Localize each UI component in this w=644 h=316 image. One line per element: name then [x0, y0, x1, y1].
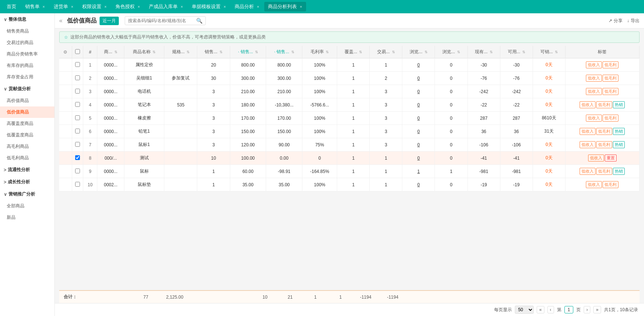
- td-name[interactable]: 鼠标1: [124, 138, 164, 152]
- td-browse1[interactable]: 0: [402, 85, 435, 98]
- row-checkbox-4[interactable]: [75, 115, 80, 120]
- th-cover[interactable]: 覆盖... ⇅: [337, 46, 370, 58]
- td-name[interactable]: 铅笔1: [124, 125, 164, 138]
- nav-analysis-close[interactable]: ×: [257, 4, 259, 9]
- browse1-link[interactable]: 1: [417, 169, 420, 174]
- th-trade[interactable]: 交易... ⇅: [370, 46, 402, 58]
- sidebar-item-category-rate[interactable]: 商品分类销售率: [0, 48, 54, 60]
- th-browse1[interactable]: 浏览... ⇅: [402, 46, 435, 58]
- td-browse1[interactable]: 0: [402, 72, 435, 85]
- browse1-link[interactable]: 0: [417, 129, 420, 134]
- row-checkbox-0[interactable]: [75, 62, 80, 67]
- sidebar-group-contribution[interactable]: ∨贡献值分析: [0, 83, 54, 95]
- prev-page-button[interactable]: ‹: [547, 306, 554, 313]
- sidebar-item-high-gross[interactable]: 高毛利商品: [0, 141, 54, 152]
- browse1-link[interactable]: 0: [417, 102, 420, 108]
- td-browse1[interactable]: 0: [402, 125, 435, 138]
- th-code[interactable]: 商... ⇅: [97, 46, 124, 58]
- browse1-link[interactable]: 0: [417, 182, 420, 187]
- sidebar-group-growth[interactable]: >成长性分析: [0, 176, 54, 188]
- sidebar-item-traded[interactable]: 交易过的商品: [0, 37, 54, 48]
- th-settings[interactable]: ⚙: [59, 46, 72, 58]
- sidebar-group-circulation[interactable]: >流通性分析: [0, 164, 54, 176]
- settings-icon[interactable]: ⚙: [63, 50, 67, 55]
- next-page-button[interactable]: ›: [584, 306, 590, 313]
- row-checkbox-2[interactable]: [75, 89, 80, 94]
- th-s2[interactable]: · 销售... ⇅: [230, 46, 266, 58]
- select-all-checkbox[interactable]: [75, 49, 80, 54]
- sidebar-item-low-coverage[interactable]: 低覆盖度商品: [0, 129, 54, 141]
- search-input[interactable]: [128, 18, 195, 23]
- th-days[interactable]: 可销... ⇅: [533, 46, 565, 58]
- period-button[interactable]: 近一月: [100, 17, 119, 25]
- nav-purchase-close[interactable]: ×: [71, 4, 73, 9]
- td-name[interactable]: 电话机: [124, 85, 164, 98]
- td-name[interactable]: 鼠标垫: [124, 178, 164, 191]
- nav-products-close[interactable]: ×: [181, 4, 183, 9]
- sidebar-item-low-gross[interactable]: 低毛利商品: [0, 152, 54, 164]
- nav-permissions[interactable]: 权限设置 ×: [78, 2, 110, 11]
- td-browse1[interactable]: 1: [402, 165, 435, 178]
- collapse-sidebar-button[interactable]: «: [59, 17, 63, 24]
- export-button[interactable]: ↓ 导出: [627, 18, 640, 24]
- td-name[interactable]: 属性定价: [124, 58, 164, 72]
- th-s1[interactable]: 销售... ⇅: [197, 46, 230, 58]
- data-table-wrapper[interactable]: ⚙ # 商... ⇅ 商品名称 ⇅ 规格... ⇅ 销售... ⇅ · 销售..…: [59, 46, 640, 290]
- nav-analysis-list[interactable]: 商品分析列表 ×: [264, 2, 306, 11]
- first-page-button[interactable]: «: [537, 306, 544, 313]
- sidebar-item-stock-fund[interactable]: 库存资金占用: [0, 71, 54, 83]
- browse1-link[interactable]: 0: [417, 142, 420, 147]
- td-browse1[interactable]: 0: [402, 98, 435, 112]
- th-spec[interactable]: 规格... ⇅: [164, 46, 197, 58]
- nav-roles[interactable]: 角色授权 ×: [112, 2, 144, 11]
- nav-home[interactable]: 首页: [3, 2, 20, 11]
- sidebar-item-all-products[interactable]: 全部商品: [0, 200, 54, 212]
- sidebar-item-new-products[interactable]: 新品: [0, 212, 54, 223]
- sidebar-item-high-coverage[interactable]: 高覆盖度商品: [0, 118, 54, 129]
- td-name[interactable]: 橡皮擦: [124, 112, 164, 125]
- share-button[interactable]: ↗ 分享: [608, 18, 623, 24]
- th-gross[interactable]: 毛利率 ⇅: [302, 46, 337, 58]
- td-name[interactable]: 吴细细1: [124, 72, 164, 85]
- nav-purchase[interactable]: 进货单 ×: [50, 2, 77, 11]
- td-name[interactable]: 笔记本: [124, 98, 164, 112]
- nav-sales[interactable]: 销售单 ×: [21, 2, 48, 11]
- nav-products[interactable]: 产成品入库单 ×: [145, 2, 187, 11]
- row-checkbox-5[interactable]: [75, 129, 80, 133]
- row-checkbox-8[interactable]: [75, 169, 80, 173]
- per-page-select[interactable]: 50 100 200: [515, 306, 534, 314]
- nav-analysis[interactable]: 商品分析 ×: [231, 2, 263, 11]
- nav-roles-close[interactable]: ×: [138, 4, 140, 9]
- row-checkbox-3[interactable]: [75, 102, 80, 107]
- th-s3[interactable]: · 销售... ⇅: [266, 46, 302, 58]
- th-name[interactable]: 商品名称 ⇅: [124, 46, 164, 58]
- td-browse1[interactable]: 0: [402, 152, 435, 165]
- nav-permissions-close[interactable]: ×: [104, 4, 107, 9]
- sidebar-item-low-value[interactable]: 低价值商品: [0, 106, 54, 118]
- nav-templates[interactable]: 单据模板设置 ×: [188, 2, 229, 11]
- browse1-link[interactable]: 0: [417, 62, 420, 68]
- last-page-button[interactable]: »: [593, 306, 601, 313]
- browse1-link[interactable]: 0: [417, 156, 420, 161]
- row-checkbox-7[interactable]: [75, 155, 80, 160]
- td-browse1[interactable]: 0: [402, 112, 435, 125]
- td-name[interactable]: 测试: [124, 152, 164, 165]
- sidebar-item-high-value[interactable]: 高价值商品: [0, 95, 54, 106]
- sidebar-item-sales-products[interactable]: 销售类商品: [0, 26, 54, 37]
- td-name[interactable]: 鼠标: [124, 165, 164, 178]
- nav-sales-close[interactable]: ×: [43, 4, 45, 9]
- td-browse1[interactable]: 0: [402, 58, 435, 72]
- td-browse1[interactable]: 0: [402, 138, 435, 152]
- th-stock2[interactable]: 可用... ⇅: [500, 46, 533, 58]
- browse1-link[interactable]: 0: [417, 76, 420, 81]
- th-browse2[interactable]: 浏览... ⇅: [435, 46, 467, 58]
- sidebar-group-overall[interactable]: ∨整体信息: [0, 13, 54, 26]
- td-browse1[interactable]: 0: [402, 178, 435, 191]
- row-checkbox-6[interactable]: [75, 142, 80, 147]
- browse1-link[interactable]: 0: [417, 89, 420, 94]
- sidebar-group-marketing[interactable]: ∨营销推广分析: [0, 188, 54, 200]
- th-stock1[interactable]: 现有... ⇅: [467, 46, 500, 58]
- sidebar-item-with-stock[interactable]: 有库存的商品: [0, 60, 54, 71]
- row-checkbox-9[interactable]: [75, 182, 80, 187]
- nav-templates-close[interactable]: ×: [224, 4, 226, 9]
